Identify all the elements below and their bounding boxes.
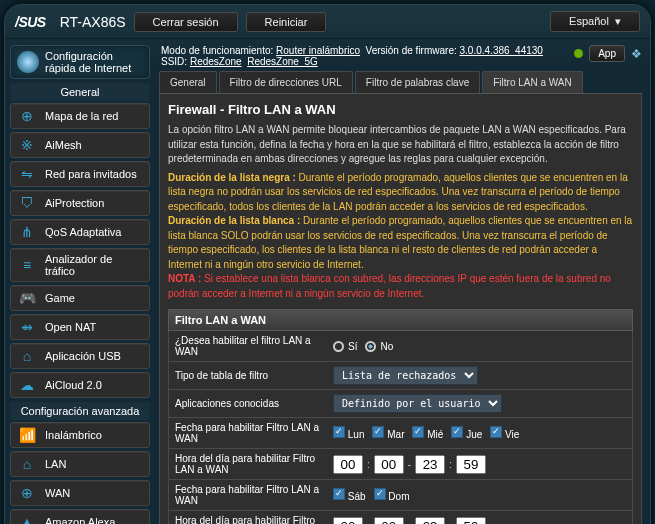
whitelist-note: Duración de la lista blanca : Durante el… bbox=[168, 214, 633, 272]
sidebar-icon: ⊕ bbox=[17, 108, 37, 124]
sidebar-item[interactable]: 🎮Game bbox=[10, 285, 150, 311]
sidebar-item-label: Mapa de la red bbox=[45, 110, 118, 122]
sidebar-item-label: AiProtection bbox=[45, 197, 104, 209]
model-name: RT-AX86S bbox=[60, 14, 126, 30]
sidebar-item[interactable]: ⊕Mapa de la red bbox=[10, 103, 150, 129]
sidebar-item-label: WAN bbox=[45, 487, 70, 499]
sidebar-item[interactable]: ▲Amazon Alexa bbox=[10, 509, 150, 524]
sidebar-item-label: Game bbox=[45, 292, 75, 304]
day-label: Lun bbox=[348, 429, 365, 440]
day-checkbox[interactable] bbox=[412, 426, 424, 438]
reboot-button[interactable]: Reiniciar bbox=[246, 12, 327, 32]
sidebar-item[interactable]: ⇴Open NAT bbox=[10, 314, 150, 340]
sidebar-icon: 🎮 bbox=[17, 290, 37, 306]
sidebar-icon: ⌂ bbox=[17, 348, 37, 364]
table-type-label: Tipo de tabla de filtro bbox=[175, 370, 325, 381]
time1-hh1[interactable] bbox=[333, 455, 363, 474]
day-label: Mié bbox=[427, 429, 443, 440]
enable-no-radio[interactable] bbox=[365, 341, 376, 352]
mode-link[interactable]: Router inalámbrico bbox=[276, 45, 360, 56]
sidebar-item-label: Inalámbrico bbox=[45, 429, 102, 441]
warning-note: NOTA : Si establece una lista blanca con… bbox=[168, 272, 633, 301]
day-checkbox[interactable] bbox=[451, 426, 463, 438]
time2-mm2[interactable] bbox=[456, 517, 486, 525]
sidebar-item[interactable]: ⇋Red para invitados bbox=[10, 161, 150, 187]
sidebar-item[interactable]: ≡Analizador de tráfico bbox=[10, 248, 150, 282]
logout-button[interactable]: Cerrar sesión bbox=[134, 12, 238, 32]
sidebar-item-label: Analizador de tráfico bbox=[45, 253, 143, 277]
time2-hh1[interactable] bbox=[333, 517, 363, 525]
sidebar-item[interactable]: ⛉AiProtection bbox=[10, 190, 150, 216]
sidebar-item-label: QoS Adaptativa bbox=[45, 226, 121, 238]
day-label: Sáb bbox=[348, 491, 366, 502]
day-label: Jue bbox=[466, 429, 482, 440]
sidebar-icon: ⊕ bbox=[17, 485, 37, 501]
day-checkbox[interactable] bbox=[372, 426, 384, 438]
sidebar-item[interactable]: ⊕WAN bbox=[10, 480, 150, 506]
tab-keyword-filter[interactable]: Filtro de palabras clave bbox=[355, 71, 480, 93]
quick-setup-label: Configuración rápida de Internet bbox=[45, 50, 143, 74]
sidebar-item-label: Amazon Alexa bbox=[45, 516, 115, 524]
time1-mm1[interactable] bbox=[374, 455, 404, 474]
time1-mm2[interactable] bbox=[456, 455, 486, 474]
status-indicator-icon bbox=[574, 49, 583, 58]
sidebar-item-label: Aplicación USB bbox=[45, 350, 121, 362]
language-label: Español bbox=[569, 15, 609, 27]
page-title: Firewall - Filtro LAN a WAN bbox=[168, 102, 633, 117]
sidebar-item-label: AiCloud 2.0 bbox=[45, 379, 102, 391]
sidebar-item[interactable]: 📶Inalámbrico bbox=[10, 422, 150, 448]
tab-url-filter[interactable]: Filtro de direcciones URL bbox=[219, 71, 353, 93]
sidebar-icon: ⌂ bbox=[17, 456, 37, 472]
time2-hh2[interactable] bbox=[415, 517, 445, 525]
sidebar-icon: ▲ bbox=[17, 514, 37, 524]
day-checkbox[interactable] bbox=[333, 488, 345, 500]
sidebar-icon: ⇋ bbox=[17, 166, 37, 182]
known-apps-label: Aplicaciones conocidas bbox=[175, 398, 325, 409]
page-description: La opción filtro LAN a WAN permite bloqu… bbox=[168, 123, 633, 167]
help-icon[interactable]: ❖ bbox=[631, 47, 642, 61]
blacklist-note: Duración de la lista negra : Durante el … bbox=[168, 171, 633, 215]
enable-yes-radio[interactable] bbox=[333, 341, 344, 352]
day-checkbox[interactable] bbox=[374, 488, 386, 500]
yes-label: Sí bbox=[348, 341, 357, 352]
language-selector[interactable]: Español ▾ bbox=[550, 11, 640, 32]
date1-label: Fecha para habilitar Filtro LAN a WAN bbox=[175, 422, 325, 444]
sidebar-icon: 📶 bbox=[17, 427, 37, 443]
section-filter-head: Filtro LAN a WAN bbox=[168, 309, 633, 331]
sidebar-item[interactable]: ※AiMesh bbox=[10, 132, 150, 158]
time2-mm1[interactable] bbox=[374, 517, 404, 525]
sidebar-group-general: General bbox=[10, 83, 150, 101]
table-type-select[interactable]: Lista de rechazados bbox=[333, 366, 478, 385]
app-button[interactable]: App bbox=[589, 45, 625, 62]
day-label: Mar bbox=[387, 429, 404, 440]
time2-label: Hora del día para habilitar Filtro LAN a… bbox=[175, 515, 325, 524]
sidebar-icon: ※ bbox=[17, 137, 37, 153]
sidebar-item[interactable]: ⌂Aplicación USB bbox=[10, 343, 150, 369]
quick-setup-button[interactable]: Configuración rápida de Internet bbox=[10, 45, 150, 79]
time1-label: Hora del día para habilitar Filtro LAN a… bbox=[175, 453, 325, 475]
no-label: No bbox=[380, 341, 393, 352]
ssid-1-link[interactable]: RedesZone bbox=[190, 56, 242, 67]
sidebar-item[interactable]: ⌂LAN bbox=[10, 451, 150, 477]
sidebar-group-advanced: Configuración avanzada bbox=[10, 402, 150, 420]
sidebar-item[interactable]: ⋔QoS Adaptativa bbox=[10, 219, 150, 245]
ssid-2-link[interactable]: RedesZone_5G bbox=[247, 56, 318, 67]
sidebar-item-label: LAN bbox=[45, 458, 66, 470]
sidebar-icon: ⋔ bbox=[17, 224, 37, 240]
mode-info: Modo de funcionamiento: Router inalámbri… bbox=[161, 45, 543, 67]
enable-filter-label: ¿Desea habilitar el filtro LAN a WAN bbox=[175, 335, 325, 357]
time1-hh2[interactable] bbox=[415, 455, 445, 474]
day-label: Vie bbox=[505, 429, 519, 440]
sidebar-item[interactable]: ☁AiCloud 2.0 bbox=[10, 372, 150, 398]
known-apps-select[interactable]: Definido por el usuario bbox=[333, 394, 502, 413]
day-checkbox[interactable] bbox=[490, 426, 502, 438]
day-label: Dom bbox=[388, 491, 409, 502]
firmware-link[interactable]: 3.0.0.4.386_44130 bbox=[460, 45, 543, 56]
sidebar-icon: ≡ bbox=[17, 257, 37, 273]
day-checkbox[interactable] bbox=[333, 426, 345, 438]
tab-general[interactable]: General bbox=[159, 71, 217, 93]
tab-lan-wan-filter[interactable]: Filtro LAN a WAN bbox=[482, 71, 583, 93]
sidebar-item-label: AiMesh bbox=[45, 139, 82, 151]
sidebar-icon: ⛉ bbox=[17, 195, 37, 211]
brand-logo: /SUS bbox=[15, 14, 52, 30]
